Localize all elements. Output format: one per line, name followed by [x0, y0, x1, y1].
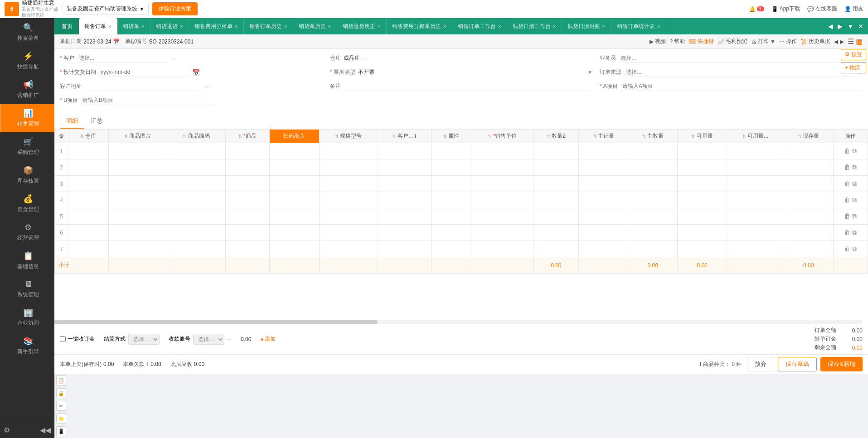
tab-sales-return-hist[interactable]: 销货单历史 ✕ [293, 18, 337, 34]
right-panel-btn-1[interactable]: 📋 [56, 375, 66, 385]
warehouse-more-btn[interactable]: ··· [363, 55, 368, 62]
row-1-stock[interactable] [784, 143, 833, 159]
tab-sales-order-hist[interactable]: 销售订单历史 ✕ [244, 18, 293, 34]
tab-sales-fee-hist[interactable]: 销售费用分摊单历史 ✕ [387, 18, 452, 34]
right-panel-btn-2[interactable]: 🔒 [56, 388, 66, 398]
tab-sales-return[interactable]: 销货单 ✕ [117, 18, 150, 34]
tab-close-sales-order-hist[interactable]: ✕ [284, 24, 287, 29]
th-customer-code[interactable]: ⇅ 客户... ℹ [378, 130, 431, 143]
th-main-unit[interactable]: ⇅ 主计量 [579, 130, 628, 143]
tab-close-all-btn[interactable]: ✕ [856, 22, 865, 31]
invoice-type-chevron[interactable]: ▼ [587, 69, 592, 76]
delivery-date-calendar-icon[interactable]: 📅 [192, 69, 200, 76]
detail-tab-mingxi[interactable]: 明细 [60, 114, 84, 129]
th-spec[interactable]: ⇅ 规格型号 [319, 130, 378, 143]
tab-prev-btn[interactable]: ◀ [826, 22, 835, 31]
nav-prev-icon[interactable]: ◀ [834, 39, 838, 45]
th-image[interactable]: ⇅ 商品图片 [108, 130, 167, 143]
customer-addr-more-btn[interactable]: ··· [205, 83, 210, 90]
setting-side-btn[interactable]: ⚙ 设置 [841, 49, 866, 60]
tab-close-sales-return-hist[interactable]: ✕ [328, 24, 331, 29]
row-2-qty2[interactable] [533, 159, 579, 176]
sidebar-item-operations[interactable]: ⚙ 经营管理 [0, 218, 54, 246]
th-available2[interactable]: ⇅ 可用量... [727, 130, 784, 143]
row-2-image[interactable] [108, 159, 167, 176]
row-1-copy-btn[interactable]: ⧉ [852, 147, 857, 155]
sidebar-collapse-icon[interactable]: ◀◀ [40, 426, 51, 434]
sidebar-item-sales[interactable]: 📊 销售管理 [0, 104, 54, 132]
row-2-copy-btn[interactable]: ⧉ [852, 164, 857, 171]
th-attributes[interactable]: ⇅ 属性 [431, 130, 471, 143]
scrollbar-thumb[interactable] [54, 320, 378, 324]
tab-close-sales-order[interactable]: ✕ [108, 24, 112, 29]
sidebar-settings-icon[interactable]: ⚙ [4, 426, 10, 434]
tab-home[interactable]: 首页 [55, 18, 79, 34]
salesperson-input[interactable] [619, 53, 854, 63]
solution-btn[interactable]: 体验行业方案 [152, 2, 198, 15]
row-5-delete-btn[interactable]: 🗑 [844, 212, 850, 220]
history-btn[interactable]: 📜 历史单据 [800, 38, 830, 45]
order-source-input[interactable] [624, 67, 854, 77]
tab-sales-refund-hist[interactable]: 销货退货历史 ✕ [337, 18, 387, 34]
detail-tab-huizong[interactable]: 汇总 [84, 114, 109, 129]
tab-sales-fee[interactable]: 销售费用分摊单 ✕ [189, 18, 244, 34]
row-5-copy-btn[interactable]: ⧉ [852, 212, 857, 220]
tab-close-sales-refund[interactable]: ✕ [179, 24, 183, 29]
nav-next-icon[interactable]: ▶ [840, 39, 844, 45]
th-warehouse[interactable]: ⇅ 仓库 [68, 130, 109, 143]
account-select[interactable]: 选择... [193, 334, 224, 345]
row-2-warehouse[interactable] [68, 159, 109, 176]
right-panel-btn-3[interactable]: ✏ [56, 401, 66, 411]
row-1-product[interactable] [226, 143, 270, 159]
tab-close-sales-stats[interactable]: ✕ [657, 24, 660, 29]
print-btn[interactable]: 🖨 打印 ▼ [751, 38, 776, 45]
note-input[interactable] [344, 82, 593, 91]
tab-close-sales-order-ws[interactable]: ✕ [498, 24, 501, 29]
logistics-side-btn[interactable]: + 物流 [841, 62, 866, 73]
sidebar-item-quick-nav[interactable]: ⚡ 快捷导航 [0, 47, 54, 75]
system-selector[interactable]: 装备及固定资产辅助管理系统 ▼ [63, 3, 149, 15]
payment-method-select[interactable]: 选择... [128, 334, 160, 345]
right-panel-btn-5[interactable]: 📱 [56, 426, 66, 436]
row-6-delete-btn[interactable]: 🗑 [844, 229, 850, 236]
row-2-available2[interactable] [727, 159, 784, 176]
calendar-icon[interactable]: 📅 [113, 39, 120, 45]
th-unit[interactable]: ⇅ *销售单位 [471, 130, 533, 143]
row-2-main-qty[interactable] [628, 159, 678, 176]
tab-cash-account[interactable]: 钱货日清对账 ✕ [562, 18, 611, 34]
sidebar-item-system[interactable]: 🖥 系统管理 [0, 275, 54, 303]
row-2-available[interactable] [678, 159, 727, 176]
th-stock[interactable]: ⇅ 现存量 [784, 130, 833, 143]
row-1-main-qty[interactable] [628, 143, 678, 159]
th-qty2[interactable]: ⇅ 数量2 [533, 130, 579, 143]
th-available[interactable]: ⇅ 可用量 [678, 130, 727, 143]
row-1-spec[interactable] [319, 143, 378, 159]
delivery-date-input[interactable] [99, 67, 189, 77]
row-2-main-unit[interactable] [579, 159, 628, 176]
row-6-copy-btn[interactable]: ⧉ [852, 229, 857, 236]
profit-btn[interactable]: 📈 毛利预览 [718, 38, 747, 45]
tab-close-sales-fee[interactable]: ✕ [234, 24, 238, 29]
sidebar-item-search[interactable]: 🔍 搜索菜单 [0, 18, 54, 47]
tab-sales-stats[interactable]: 销售订单统计表 ✕ [611, 18, 666, 34]
row-1-delete-btn[interactable]: 🗑 [844, 147, 850, 155]
app-download-btn[interactable]: 📱 App下载 [771, 5, 800, 13]
tab-close-cash-daily[interactable]: ✕ [553, 24, 556, 29]
th-code[interactable]: ⇅ 商品编码 [167, 130, 225, 143]
row-3-copy-btn[interactable]: ⧉ [852, 180, 857, 188]
th-product[interactable]: ⇅ *商品 [226, 130, 270, 143]
view-btn[interactable]: ▶ 视频 [650, 38, 666, 45]
customer-input[interactable] [77, 53, 168, 63]
row-2-unit[interactable] [471, 159, 533, 176]
row-7-delete-btn[interactable]: 🗑 [844, 245, 850, 253]
row-1-image[interactable] [108, 143, 167, 159]
row-1-unit[interactable] [471, 143, 533, 159]
customer-addr-input[interactable] [84, 82, 202, 91]
project-b-input[interactable] [81, 96, 217, 105]
tab-close-sales-refund-hist[interactable]: ✕ [377, 24, 381, 29]
operation-btn[interactable]: ⋯ 操作 [779, 38, 797, 45]
one-click-checkout-checkbox[interactable] [60, 336, 66, 342]
row-1-code[interactable] [167, 143, 225, 159]
help-btn[interactable]: ? 帮助 [669, 38, 685, 45]
row-1-warehouse[interactable] [68, 143, 109, 159]
